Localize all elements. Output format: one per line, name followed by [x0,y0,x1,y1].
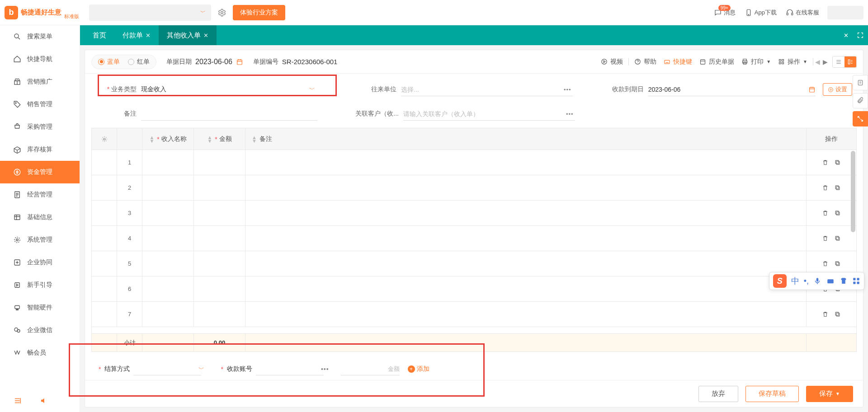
biz-type-input[interactable] [141,83,317,96]
table-row[interactable]: 6 [92,276,856,302]
row-copy-icon[interactable] [834,260,841,267]
trial-button[interactable]: 体验行业方案 [233,5,285,20]
sidebar-item-wechat[interactable]: 企业微信 [0,319,80,342]
history-link[interactable]: 历史单据 [699,58,734,66]
sidebar-item-guide[interactable]: 新手引导 [0,274,80,296]
cell-note[interactable] [245,302,807,327]
cell-amount[interactable] [194,150,245,175]
tab-other-income[interactable]: 其他收入单✕ [159,25,217,45]
settle-method-input[interactable] [133,363,201,375]
cell-name[interactable] [142,201,194,225]
radio-red[interactable]: 红单 [128,58,150,66]
save-draft-button[interactable]: 保存草稿 [745,386,799,402]
sidebar-item-funds[interactable]: 资金管理 [0,161,80,183]
cell-name[interactable] [142,150,194,175]
chevron-down-icon[interactable]: ﹀ [309,85,315,94]
partner-input[interactable] [401,83,573,96]
col-income-name[interactable]: ▲▼* 收入名称 [142,128,194,150]
sidebar-item-collab[interactable]: 企业协同 [0,251,80,274]
col-amount[interactable]: ▲▼* 金额 [194,128,245,150]
cell-note[interactable] [245,226,807,251]
user-avatar[interactable] [827,6,863,19]
sidebar-item-basedata[interactable]: 基础信息 [0,206,80,229]
view-form-icon[interactable] [844,56,856,67]
cell-amount[interactable] [194,302,245,327]
row-delete-icon[interactable] [822,159,829,166]
more-icon[interactable]: ••• [566,111,574,117]
tab-payment[interactable]: 付款单✕ [114,25,159,45]
cell-note[interactable] [245,201,807,225]
remark-input[interactable] [141,107,317,121]
table-row[interactable]: 7 [92,302,856,327]
radio-blue[interactable]: 蓝单 [98,58,120,66]
fullscreen-icon[interactable] [855,30,865,40]
sidebar-item-quicknav[interactable]: 快捷导航 [0,48,80,70]
shortcut-link[interactable]: 快捷键 [664,58,692,66]
ime-skin-icon[interactable] [840,277,848,285]
settings-icon[interactable] [217,8,226,17]
row-delete-icon[interactable] [822,235,829,242]
cell-name[interactable] [142,226,194,251]
row-copy-icon[interactable] [834,184,841,191]
ime-lang[interactable]: 中 [791,276,799,286]
support-button[interactable]: 在线客服 [786,9,819,17]
doc-date-value[interactable]: 2023-06-06 [195,58,232,66]
cell-amount[interactable] [194,201,245,225]
close-icon[interactable]: ✕ [146,32,151,39]
add-settle-button[interactable]: +添加 [408,365,429,373]
settle-amount-input[interactable] [341,363,400,375]
col-note[interactable]: ▲▼备注 [245,128,807,150]
cell-amount[interactable] [194,175,245,200]
cell-name[interactable] [142,175,194,200]
table-row[interactable]: 5 [92,251,856,276]
settings-button[interactable]: 设置 [823,83,852,96]
tab-home[interactable]: 首页 [85,25,114,45]
calendar-icon[interactable] [236,58,243,66]
collapse-icon[interactable] [14,397,22,405]
rail-expand-icon[interactable] [853,111,868,126]
ops-link[interactable]: 操作▼ [778,58,807,66]
save-button[interactable]: 保存▼ [806,386,853,402]
row-copy-icon[interactable] [834,311,841,318]
chevron-down-icon[interactable]: ﹀ [198,365,204,373]
sidebar-item-hardware[interactable]: 智能硬件 [0,296,80,319]
company-selector[interactable]: ﹀ [89,5,211,21]
sidebar-item-inventory[interactable]: 库存核算 [0,138,80,161]
ime-mic-icon[interactable] [813,277,821,285]
next-doc-icon[interactable]: ▶ [823,58,828,66]
row-delete-icon[interactable] [822,260,829,267]
discard-button[interactable]: 放弃 [698,386,738,402]
close-icon[interactable]: ✕ [203,32,208,39]
col-settings-icon[interactable] [92,128,117,150]
cell-amount[interactable] [194,276,245,301]
print-link[interactable]: 打印▼ [741,58,771,66]
sidebar-item-vip[interactable]: 畅会员 [0,342,80,364]
close-all-icon[interactable]: ✕ [841,30,851,40]
sound-icon[interactable] [40,397,48,405]
ime-punct-icon[interactable]: •, [804,276,809,286]
video-link[interactable]: 视频 [601,58,623,66]
scrollbar[interactable] [851,151,855,333]
table-row[interactable]: 3 [92,201,856,226]
ime-tools-icon[interactable] [852,277,860,285]
sidebar-item-purchase[interactable]: 采购管理 [0,116,80,138]
calendar-icon[interactable] [808,86,816,93]
row-delete-icon[interactable] [822,210,829,216]
sidebar-item-operations[interactable]: 经营管理 [0,183,80,206]
ime-keyboard-icon[interactable] [826,277,835,285]
cell-note[interactable] [245,175,807,200]
messages-button[interactable]: 消息 99+ [714,9,736,17]
table-row[interactable]: 2 [92,175,856,201]
rail-attach-icon[interactable] [853,93,868,108]
cell-name[interactable] [142,302,194,327]
cell-amount[interactable] [194,251,245,276]
row-delete-icon[interactable] [822,184,829,191]
row-copy-icon[interactable] [834,235,841,242]
more-icon[interactable]: ••• [564,86,571,93]
help-link[interactable]: 帮助 [634,58,656,66]
row-copy-icon[interactable] [834,210,841,216]
cell-note[interactable] [245,150,807,175]
row-copy-icon[interactable] [834,159,841,166]
sidebar-item-sales[interactable]: 销售管理 [0,93,80,116]
app-download-button[interactable]: App下载 [745,9,777,17]
